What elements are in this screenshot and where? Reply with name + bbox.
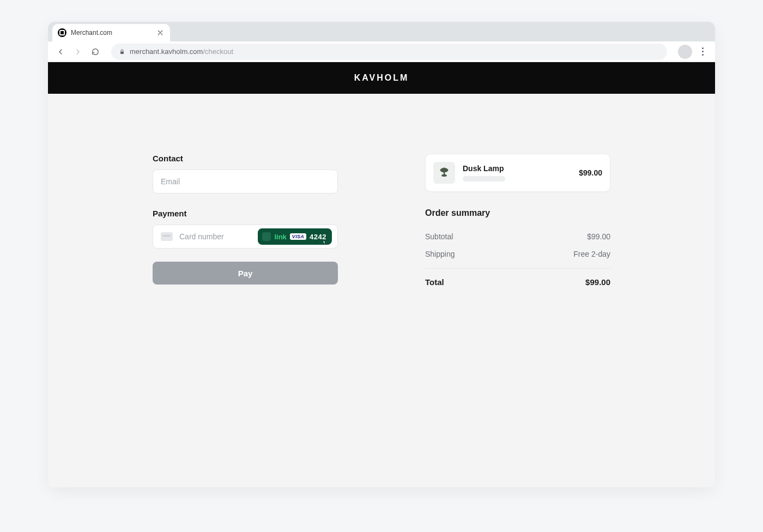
address-bar[interactable]: merchant.kavholm.com/checkout bbox=[111, 44, 667, 60]
back-button[interactable] bbox=[53, 45, 68, 59]
email-field-wrapper bbox=[153, 170, 338, 194]
svg-rect-0 bbox=[120, 51, 124, 54]
svg-rect-4 bbox=[444, 167, 445, 169]
product-info: Dusk Lamp bbox=[463, 164, 571, 182]
more-menu-icon[interactable] bbox=[695, 45, 710, 59]
address-url: merchant.kavholm.com/checkout bbox=[130, 47, 233, 56]
checkout-columns: Contact Payment Card number link VISA 42… bbox=[48, 94, 715, 309]
product-name: Dusk Lamp bbox=[463, 164, 571, 173]
link-wallet-label: link bbox=[274, 233, 286, 241]
product-card: Dusk Lamp $99.00 bbox=[425, 154, 610, 192]
summary-value: Free 2-day bbox=[573, 250, 610, 258]
order-summary-title: Order summary bbox=[425, 208, 610, 218]
card-brand-badge: VISA bbox=[290, 233, 306, 240]
tab-strip: Merchant.com bbox=[48, 22, 715, 41]
link-autofill-chip[interactable]: link VISA 4242 bbox=[258, 228, 332, 245]
summary-row: Shipping Free 2-day bbox=[425, 245, 610, 263]
summary-label: Subtotal bbox=[425, 232, 453, 241]
browser-toolbar: merchant.kavholm.com/checkout bbox=[48, 41, 715, 62]
url-path: /checkout bbox=[203, 47, 233, 56]
tab-favicon-icon bbox=[58, 28, 66, 37]
summary-row: Subtotal $99.00 bbox=[425, 228, 610, 245]
forward-button[interactable] bbox=[71, 45, 85, 59]
total-value: $99.00 bbox=[585, 277, 610, 287]
card-field-wrapper: Card number link VISA 4242 bbox=[153, 225, 338, 249]
checkout-form: Contact Payment Card number link VISA 42… bbox=[153, 154, 338, 287]
total-label: Total bbox=[425, 277, 444, 287]
card-number-input[interactable]: Card number bbox=[179, 232, 224, 241]
summary-label: Shipping bbox=[425, 250, 455, 258]
product-price: $99.00 bbox=[579, 168, 602, 177]
card-last4: 4242 bbox=[310, 233, 326, 241]
brand-logo: KAVHOLM bbox=[354, 73, 409, 83]
summary-total-row: Total $99.00 bbox=[425, 269, 610, 287]
site-header: KAVHOLM bbox=[48, 62, 715, 94]
lock-icon bbox=[119, 49, 125, 55]
browser-window: Merchant.com merchant.kavholm.com/checko… bbox=[48, 22, 715, 487]
profile-avatar[interactable] bbox=[678, 45, 692, 59]
browser-tab[interactable]: Merchant.com bbox=[52, 24, 170, 41]
close-icon[interactable] bbox=[156, 28, 165, 37]
order-summary-column: Dusk Lamp $99.00 Order summary Subtotal … bbox=[425, 154, 610, 287]
tab-title: Merchant.com bbox=[71, 29, 152, 37]
product-thumb-icon bbox=[433, 162, 455, 184]
link-chip-avatar-icon bbox=[262, 232, 271, 241]
card-icon bbox=[161, 232, 173, 241]
pay-button[interactable]: Pay bbox=[153, 262, 338, 285]
reload-button[interactable] bbox=[88, 45, 102, 59]
product-sub-placeholder bbox=[463, 176, 505, 182]
summary-value: $99.00 bbox=[587, 232, 610, 241]
email-field[interactable] bbox=[161, 177, 330, 186]
url-host: merchant.kavholm.com bbox=[130, 47, 203, 56]
svg-point-3 bbox=[441, 174, 447, 177]
page-content: KAVHOLM Contact Payment Card number link… bbox=[48, 62, 715, 487]
svg-rect-2 bbox=[444, 170, 445, 174]
contact-heading: Contact bbox=[153, 154, 338, 163]
payment-heading: Payment bbox=[153, 209, 338, 218]
